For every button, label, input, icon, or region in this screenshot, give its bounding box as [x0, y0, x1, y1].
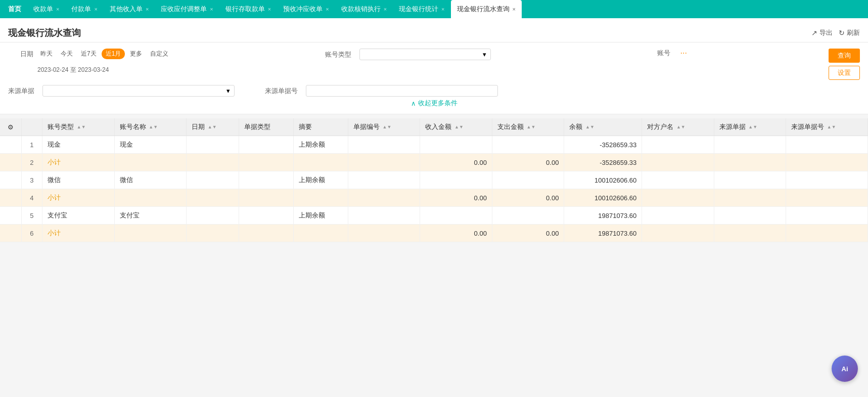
row-source-doc-cell	[714, 154, 786, 171]
settings-button[interactable]: 设置	[829, 66, 860, 80]
sort-arrows-account-type[interactable]: ▲▼	[77, 125, 86, 129]
nav-item-advance-receive-label: 预收冲应收单	[283, 5, 323, 14]
row-counterparty-cell	[642, 136, 714, 154]
row-source-doc-num-cell	[786, 189, 868, 207]
source-doc-num-input[interactable]	[310, 87, 493, 95]
col-source-doc-num[interactable]: 来源单据号 ▲▼	[786, 118, 868, 136]
nav-item-bank-deposit[interactable]: 银行存取款单 ×	[219, 0, 277, 18]
sort-arrows-source-doc[interactable]: ▲▼	[748, 125, 757, 129]
date-btn-today[interactable]: 今天	[58, 49, 76, 59]
table-row: 5支付宝支付宝上期余额19871073.60	[0, 207, 868, 225]
row-balance-cell: 19871073.60	[564, 225, 642, 242]
collapse-arrow-icon: ∧	[411, 100, 416, 107]
date-btn-more[interactable]: 更多	[127, 49, 145, 59]
nav-item-advance-receive[interactable]: 预收冲应收单 ×	[277, 0, 335, 18]
sort-arrows-income[interactable]: ▲▼	[454, 125, 464, 129]
nav-item-cash-bank-stat-close[interactable]: ×	[441, 6, 444, 12]
account-more-button[interactable]: ···	[678, 49, 689, 58]
date-btn-custom[interactable]: 自定义	[147, 49, 171, 59]
row-doc-type-cell	[239, 171, 294, 189]
nav-item-cash-bank-stat[interactable]: 现金银行统计 ×	[393, 0, 450, 18]
date-btn-yesterday[interactable]: 昨天	[37, 49, 56, 59]
account-type-select[interactable]: ▾	[359, 49, 491, 60]
export-label: 导出	[819, 28, 833, 37]
nav-item-ar-ap-adjust-close[interactable]: ×	[210, 6, 213, 12]
source-doc-select[interactable]: ▾	[42, 85, 235, 97]
row-expense-cell	[492, 207, 564, 225]
nav-item-bank-deposit-close[interactable]: ×	[268, 6, 271, 12]
date-range-text: 2023-02-24 至 2023-03-24	[37, 66, 171, 74]
nav-item-cash-bank-flow[interactable]: 现金银行流水查询 ×	[451, 0, 522, 18]
account-type-label: 账号类型	[325, 50, 351, 59]
nav-item-receipt-verify[interactable]: 收款核销执行 ×	[335, 0, 393, 18]
row-account-type-cell: 小计	[42, 225, 114, 242]
nav-item-ar-ap-adjust[interactable]: 应收应付调整单 ×	[155, 0, 219, 18]
nav-item-home[interactable]: 首页	[2, 0, 27, 18]
date-btn-7days[interactable]: 近7天	[78, 49, 100, 59]
sort-arrows-doc-num[interactable]: ▲▼	[383, 125, 392, 129]
col-doc-num[interactable]: 单据编号 ▲▼	[348, 118, 420, 136]
sort-arrows-balance[interactable]: ▲▼	[585, 125, 595, 129]
page-header: 现金银行流水查询 ↗ 导出 ↻ 刷新	[0, 18, 868, 42]
row-source-doc-cell	[714, 225, 786, 242]
row-summary-cell: 上期余额	[294, 207, 348, 225]
col-account-type[interactable]: 账号类型 ▲▼	[42, 118, 114, 136]
query-button[interactable]: 查询	[829, 49, 860, 63]
collapse-filter-bar[interactable]: ∧ 收起更多条件	[8, 97, 860, 108]
row-index-cell: 4	[21, 189, 42, 207]
col-date[interactable]: 日期 ▲▼	[187, 118, 239, 136]
col-account-name[interactable]: 账号名称 ▲▼	[114, 118, 186, 136]
nav-item-receipt[interactable]: 收款单 ×	[27, 0, 65, 18]
date-btn-1month[interactable]: 近1月	[102, 49, 125, 59]
nav-item-cash-bank-flow-close[interactable]: ×	[513, 6, 516, 12]
col-gear[interactable]: ⚙	[0, 118, 21, 136]
nav-item-payment-close[interactable]: ×	[94, 6, 97, 12]
col-doc-type: 单据类型	[239, 118, 294, 136]
sort-arrows-expense[interactable]: ▲▼	[527, 125, 536, 129]
table-row: 3微信微信上期余额100102606.60	[0, 171, 868, 189]
page-title: 现金银行流水查询	[8, 27, 81, 39]
nav-item-other-income-close[interactable]: ×	[146, 6, 149, 12]
row-account-name-cell	[114, 225, 186, 242]
row-account-type-cell: 现金	[42, 136, 114, 154]
row-index-cell: 2	[21, 154, 42, 171]
sort-arrows-source-doc-num[interactable]: ▲▼	[827, 125, 836, 129]
row-account-name-cell: 微信	[114, 171, 186, 189]
row-doc-num-cell	[348, 154, 420, 171]
col-source-doc[interactable]: 来源单据 ▲▼	[714, 118, 786, 136]
row-source-doc-num-cell	[786, 136, 868, 154]
col-account-name-label: 账号名称	[120, 123, 146, 130]
row-summary-cell	[294, 154, 348, 171]
sort-arrows-date[interactable]: ▲▼	[208, 125, 217, 129]
row-source-doc-num-cell	[786, 171, 868, 189]
col-expense[interactable]: 支出金额 ▲▼	[492, 118, 564, 136]
source-doc-num-input-wrap[interactable]	[306, 85, 498, 97]
nav-item-other-income[interactable]: 其他收入单 ×	[104, 0, 155, 18]
row-account-type-cell: 微信	[42, 171, 114, 189]
nav-item-receipt-verify-close[interactable]: ×	[384, 6, 387, 12]
row-source-doc-num-cell	[786, 154, 868, 171]
collapse-filter-label: 收起更多条件	[418, 99, 458, 108]
row-gear-cell	[0, 154, 21, 171]
row-doc-num-cell	[348, 136, 420, 154]
refresh-button[interactable]: ↻ 刷新	[839, 28, 860, 37]
nav-item-receipt-close[interactable]: ×	[56, 6, 59, 12]
row-counterparty-cell	[642, 225, 714, 242]
row-account-type-cell: 小计	[42, 189, 114, 207]
row-summary-cell	[294, 189, 348, 207]
col-summary-label: 摘要	[299, 123, 312, 130]
gear-icon[interactable]: ⚙	[8, 123, 14, 131]
header-actions: ↗ 导出 ↻ 刷新	[811, 28, 860, 37]
export-button[interactable]: ↗ 导出	[811, 28, 833, 37]
col-counterparty[interactable]: 对方户名 ▲▼	[642, 118, 714, 136]
col-income[interactable]: 收入金额 ▲▼	[420, 118, 492, 136]
nav-item-payment[interactable]: 付款单 ×	[65, 0, 103, 18]
row-summary-cell: 上期余额	[294, 171, 348, 189]
row-balance-cell: -3528659.33	[564, 136, 642, 154]
col-balance[interactable]: 余额 ▲▼	[564, 118, 642, 136]
nav-item-advance-receive-close[interactable]: ×	[326, 6, 329, 12]
row-expense-cell: 0.00	[492, 154, 564, 171]
sort-arrows-counterparty[interactable]: ▲▼	[676, 125, 686, 129]
account-label: 账号	[645, 49, 670, 58]
sort-arrows-account-name[interactable]: ▲▼	[149, 125, 158, 129]
